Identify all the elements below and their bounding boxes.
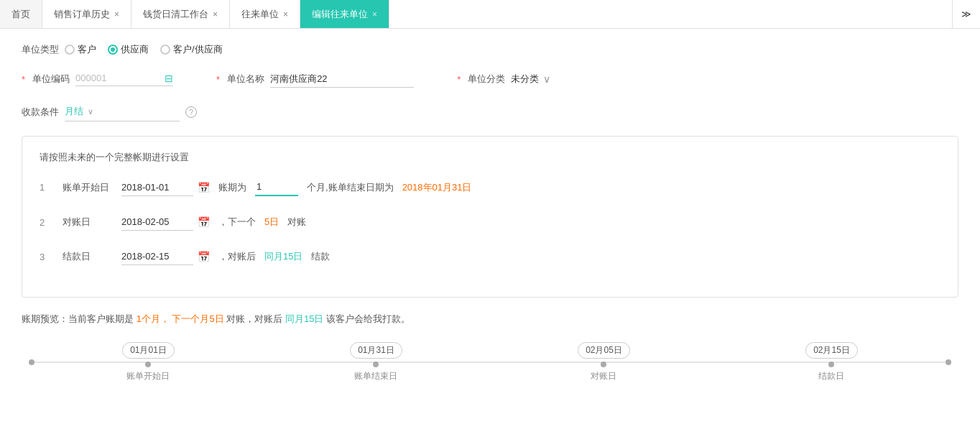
code-input[interactable] [75, 73, 162, 83]
tl-node-3-dot [828, 362, 834, 367]
row2-num: 2 [40, 217, 54, 228]
copy-icon[interactable]: ⊟ [165, 73, 173, 84]
tab-cash-work-label: 钱货日清工作台 [143, 8, 208, 21]
payment-group: 收款条件 月结 ∨ ? [22, 102, 197, 121]
category-required-star: * [457, 74, 461, 85]
reconcile-date-input[interactable] [121, 213, 193, 231]
payment-date-wrapper: 📅 [121, 248, 210, 265]
tl-node-1-pill: 01月31日 [350, 342, 402, 359]
tab-sales-history[interactable]: 销售订单历史 × [42, 0, 131, 28]
radio-both-circle [160, 45, 170, 55]
radio-both[interactable]: 客户/供应商 [160, 43, 223, 56]
radio-customer-label: 客户 [78, 43, 96, 56]
reconcile-date-cal-icon[interactable]: 📅 [198, 216, 210, 228]
preview-middle: 对账，对账后 [226, 313, 282, 324]
radio-both-label: 客户/供应商 [173, 43, 223, 56]
code-label: 单位编码 [32, 73, 70, 86]
radio-supplier[interactable]: 供应商 [108, 43, 149, 56]
preview-text: 账期预览：当前客户账期是 1个月， 下一个月5日 对账，对账后 同月15日 该客… [22, 312, 958, 327]
payment-row: 收款条件 月结 ∨ ? [22, 102, 958, 121]
radio-customer[interactable]: 客户 [65, 43, 96, 56]
payment-date-row: 3 结款日 📅 ，对账后 同月15日 结款 [40, 248, 940, 265]
name-group: * 单位名称 [216, 70, 414, 88]
tl-node-2-label: 对账日 [591, 370, 616, 382]
section-title: 请按照未来的一个完整帐期进行设置 [40, 151, 940, 164]
code-group: * 单位编码 ⊟ [22, 73, 173, 86]
tl-node-3-label: 结款日 [818, 370, 844, 382]
tl-node-1: 01月31日 账单结束日 [350, 342, 402, 382]
name-required-star: * [216, 74, 220, 85]
tab-edit-partner-close[interactable]: × [372, 9, 377, 19]
start-date-wrapper: 📅 [121, 179, 210, 196]
payment-date-cal-icon[interactable]: 📅 [198, 251, 210, 262]
tab-cash-work-close[interactable]: × [213, 9, 218, 19]
row3-num: 3 [40, 252, 54, 262]
payment-label: 收款条件 [22, 106, 59, 119]
preview-suffix: 该客户会给我打款。 [326, 313, 410, 324]
timeline-right-dot [946, 359, 951, 365]
tl-node-2-dot [601, 362, 606, 367]
settings-section: 请按照未来的一个完整帐期进行设置 1 账单开始日 📅 账期为 个月,账单结束日期… [22, 136, 958, 298]
payment-date-input[interactable] [121, 248, 193, 265]
tl-node-1-dot [373, 362, 379, 367]
tab-expand-button[interactable]: ≫ [952, 0, 980, 28]
period-input[interactable] [255, 178, 298, 196]
category-select[interactable]: 未分类 ∨ [511, 73, 655, 86]
radio-customer-circle [65, 45, 75, 55]
preview-prefix: 账期预览：当前客户账期是 [22, 313, 134, 324]
row3-highlight2: 同月15日 [264, 250, 302, 263]
row2-label: 对账日 [63, 216, 113, 229]
category-chevron-icon: ∨ [543, 73, 550, 85]
tl-node-1-label: 账单结束日 [354, 370, 397, 382]
tl-node-0: 01月01日 账单开始日 [122, 342, 175, 382]
tab-partner[interactable]: 往来单位 × [230, 0, 300, 28]
name-input[interactable] [270, 70, 414, 88]
radio-group: 客户 供应商 客户/供应商 [65, 43, 223, 56]
tl-node-0-pill: 01月01日 [122, 342, 175, 359]
row1-period-unit: 个月,账单结束日期为 [307, 181, 394, 194]
tab-sales-history-close[interactable]: × [114, 9, 119, 19]
reconcile-date-wrapper: 📅 [121, 213, 210, 231]
category-label: 单位分类 [468, 73, 505, 86]
preview-part2: 下一个月5日 [172, 313, 223, 324]
unit-type-label: 单位类型 [22, 43, 59, 56]
tab-edit-partner-label: 编辑往来单位 [312, 8, 368, 21]
unit-type-group: 单位类型 客户 供应商 客户/供应商 [22, 43, 223, 56]
tab-cash-work[interactable]: 钱货日清工作台 × [131, 0, 230, 28]
tab-bar: 首页 销售订单历史 × 钱货日清工作台 × 往来单位 × 编辑往来单位 × ≫ [0, 0, 980, 29]
tl-node-3: 02月15日 结款日 [805, 342, 858, 382]
category-value: 未分类 [511, 73, 539, 86]
tl-node-0-label: 账单开始日 [126, 370, 170, 382]
timeline: 01月01日 账单开始日 01月31日 账单结束日 02月05日 对账日 02月… [22, 344, 958, 380]
tab-home[interactable]: 首页 [0, 0, 42, 28]
row2-middle: 对账 [287, 216, 306, 229]
payment-help-icon[interactable]: ? [185, 106, 197, 118]
payment-chevron-icon: ∨ [88, 107, 93, 116]
expand-icon: ≫ [961, 9, 971, 19]
row1-end-date: 2018年01月31日 [402, 181, 472, 194]
row1-suffix: 账期为 [218, 181, 246, 194]
code-input-wrapper: ⊟ [75, 73, 173, 86]
start-date-cal-icon[interactable]: 📅 [198, 182, 210, 193]
main-content: 单位类型 客户 供应商 客户/供应商 * 单位编码 [0, 29, 980, 437]
tab-edit-partner[interactable]: 编辑往来单位 × [300, 0, 389, 28]
timeline-left-dot [29, 359, 34, 365]
tl-node-2: 02月05日 对账日 [578, 342, 630, 382]
tl-node-0-dot [145, 362, 151, 367]
category-group: * 单位分类 未分类 ∨ [457, 73, 655, 86]
start-date-input[interactable] [121, 179, 193, 196]
reconcile-date-row: 2 对账日 📅 ，下一个 5日 对账 [40, 213, 940, 231]
row2-suffix: ，下一个 [218, 216, 256, 229]
preview-part3: 同月15日 [285, 313, 323, 324]
row2-highlight1: 5日 [264, 216, 279, 229]
tl-node-3-pill: 02月15日 [805, 342, 858, 359]
code-name-category-row: * 单位编码 ⊟ * 单位名称 * 单位分类 未分类 ∨ [22, 70, 958, 88]
code-required-star: * [22, 74, 25, 85]
start-date-row: 1 账单开始日 📅 账期为 个月,账单结束日期为 2018年01月31日 [40, 178, 940, 196]
row3-end: 结款 [311, 250, 330, 263]
payment-select[interactable]: 月结 ∨ [65, 102, 180, 121]
row1-label: 账单开始日 [63, 181, 113, 194]
tab-partner-label: 往来单位 [241, 8, 279, 21]
radio-supplier-circle [108, 45, 118, 55]
tab-partner-close[interactable]: × [283, 9, 288, 19]
